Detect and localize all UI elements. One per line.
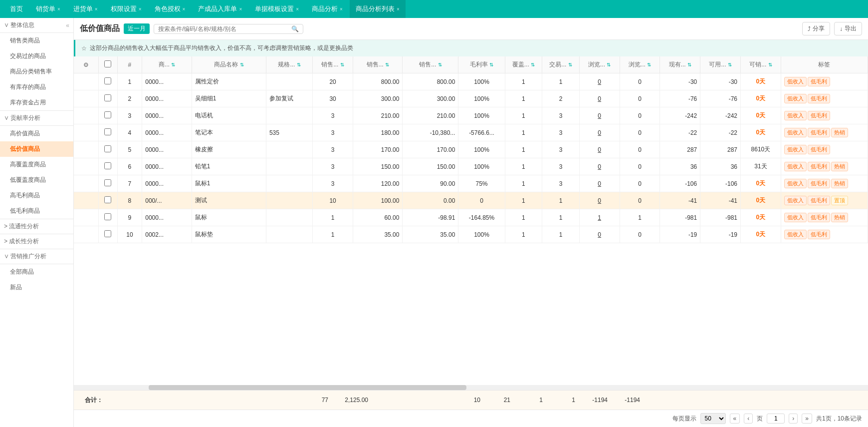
row-checkbox[interactable] <box>104 230 111 237</box>
sidebar-item-all-products[interactable]: 全部商品 <box>0 264 73 280</box>
row-browse1[interactable]: 0 <box>579 90 620 107</box>
col-browse1[interactable]: 浏览... ⇅ <box>579 56 620 73</box>
col-checkbox[interactable] <box>99 56 117 73</box>
select-all-checkbox[interactable] <box>104 60 111 67</box>
nav-sales-order[interactable]: 销货单 × <box>30 0 66 18</box>
sidebar-item-low-coverage[interactable]: 低覆盖度商品 <box>0 172 73 188</box>
nav-close-analysis[interactable]: × <box>340 6 343 12</box>
row-browse1[interactable]: 0 <box>579 226 620 243</box>
col-spec[interactable]: 规格... ⇅ <box>266 56 312 73</box>
sidebar-item-low-value[interactable]: 低价值商品 <box>0 141 73 157</box>
nav-close-template[interactable]: × <box>296 6 299 12</box>
prev-page-btn[interactable]: ‹ <box>744 414 753 424</box>
col-sales-cost[interactable]: 销售... ⇅ <box>403 56 458 73</box>
search-icon[interactable]: 🔍 <box>291 25 299 32</box>
nav-home[interactable]: 首页 <box>4 0 29 18</box>
nav-template-settings[interactable]: 单据模板设置 × <box>249 0 305 18</box>
row-settings-btn[interactable] <box>74 107 99 124</box>
row-checkbox[interactable] <box>104 128 111 135</box>
row-checkbox[interactable] <box>104 196 111 203</box>
row-browse1[interactable]: 0 <box>579 107 620 124</box>
nav-product-analysis-list[interactable]: 商品分析列表 × <box>350 0 406 18</box>
col-browse2[interactable]: 浏览... ⇅ <box>620 56 660 73</box>
row-spec: 535 <box>266 124 312 141</box>
sidebar-item-stocked-products[interactable]: 有库存的商品 <box>0 79 73 95</box>
row-browse1[interactable]: 0 <box>579 73 620 90</box>
row-browse1[interactable]: 0 <box>579 124 620 141</box>
row-browse1[interactable]: 0 <box>579 158 620 175</box>
row-checkbox[interactable] <box>104 179 111 186</box>
row-checkbox[interactable] <box>104 213 111 220</box>
sidebar-item-inventory-capital[interactable]: 库存资金占用 <box>0 95 73 110</box>
col-stock-now[interactable]: 现有... ⇅ <box>660 56 700 73</box>
row-name: 铅笔1 <box>192 158 266 175</box>
horizontal-scrollbar[interactable] <box>74 385 868 390</box>
col-sales-qty[interactable]: 销售... ⇅ <box>313 56 353 73</box>
share-button[interactable]: ⤴ 分享 <box>802 22 830 35</box>
row-settings-btn[interactable] <box>74 90 99 107</box>
nav-close-permission[interactable]: × <box>139 6 142 12</box>
row-checkbox[interactable] <box>104 111 111 118</box>
filter-recent-month[interactable]: 近一月 <box>124 23 150 34</box>
row-settings-btn[interactable] <box>74 141 99 158</box>
row-settings-btn[interactable] <box>74 124 99 141</box>
scrollbar-thumb[interactable] <box>149 385 466 390</box>
row-settings-btn[interactable] <box>74 226 99 243</box>
nav-product-inbound[interactable]: 产成品入库单 × <box>192 0 248 18</box>
row-settings-btn[interactable] <box>74 73 99 90</box>
nav-role-auth[interactable]: 角色授权 × <box>149 0 192 18</box>
sidebar-item-high-margin[interactable]: 高毛利商品 <box>0 188 73 203</box>
sidebar-collapse-btn[interactable]: « <box>66 22 69 29</box>
col-sales-amt[interactable]: 销售... ⇅ <box>353 56 403 73</box>
row-settings-btn[interactable] <box>74 158 99 175</box>
col-gross-rate[interactable]: 毛利率 ⇅ <box>458 56 505 73</box>
row-browse1[interactable]: 0 <box>579 192 620 209</box>
row-sales-amt: 210.00 <box>353 107 403 124</box>
nav-purchase-order[interactable]: 进货单 × <box>67 0 104 18</box>
col-trade[interactable]: 交易... ⇅ <box>542 56 580 73</box>
row-settings-btn[interactable] <box>74 175 99 192</box>
sidebar-item-sales-products[interactable]: 销售类商品 <box>0 33 73 48</box>
export-button[interactable]: ↓ 导出 <box>834 22 862 35</box>
row-checkbox[interactable] <box>104 162 111 169</box>
nav-product-analysis[interactable]: 商品分析 × <box>306 0 349 18</box>
nav-close-sales-order[interactable]: × <box>57 6 60 12</box>
row-checkbox[interactable] <box>104 77 111 84</box>
row-checkbox[interactable] <box>104 94 111 101</box>
last-page-btn[interactable]: » <box>802 414 812 424</box>
nav-close-role[interactable]: × <box>183 6 186 12</box>
row-settings-btn[interactable] <box>74 209 99 226</box>
row-checkbox[interactable] <box>104 145 111 152</box>
row-stock-now: 287 <box>660 141 700 158</box>
sidebar-item-high-coverage[interactable]: 高覆盖度商品 <box>0 157 73 172</box>
nav-close-purchase-order[interactable]: × <box>95 6 98 12</box>
nav-close-analysis-list[interactable]: × <box>397 6 400 12</box>
row-sales-cost: 150.00 <box>403 158 458 175</box>
page-input[interactable] <box>767 414 785 424</box>
col-settings[interactable]: ⚙ <box>74 56 99 73</box>
nav-close-inbound[interactable]: × <box>239 6 242 12</box>
row-settings-btn[interactable] <box>74 192 99 209</box>
col-name[interactable]: 商品名称 ⇅ <box>192 56 266 73</box>
sidebar-item-new-products[interactable]: 新品 <box>0 280 73 295</box>
col-available[interactable]: 可用... ⇅ <box>700 56 741 73</box>
sidebar-section-growth[interactable]: > 成长性分析 <box>4 238 39 245</box>
search-input[interactable] <box>158 25 289 32</box>
col-code[interactable]: 商... ⇅ <box>142 56 192 73</box>
row-browse1[interactable]: 0 <box>579 141 620 158</box>
row-browse1[interactable]: 0 <box>579 175 620 192</box>
row-browse1[interactable]: 1 <box>579 209 620 226</box>
sidebar-section-circulation[interactable]: > 流通性分析 <box>4 223 39 230</box>
col-coverage[interactable]: 覆盖... ⇅ <box>505 56 542 73</box>
page-size-select[interactable]: 50 100 200 <box>700 413 726 424</box>
first-page-btn[interactable]: « <box>730 414 740 424</box>
nav-permission-settings[interactable]: 权限设置 × <box>105 0 148 18</box>
next-page-btn[interactable]: › <box>789 414 798 424</box>
sidebar-item-category-sales-rate[interactable]: 商品分类销售率 <box>0 64 73 79</box>
row-trade: 2 <box>542 90 580 107</box>
col-sellable[interactable]: 可销... ⇅ <box>741 56 781 73</box>
row-sales-qty: 10 <box>313 192 353 209</box>
sidebar-item-low-margin[interactable]: 低毛利商品 <box>0 203 73 219</box>
sidebar-item-traded-products[interactable]: 交易过的商品 <box>0 48 73 64</box>
sidebar-item-high-value[interactable]: 高价值商品 <box>0 126 73 141</box>
